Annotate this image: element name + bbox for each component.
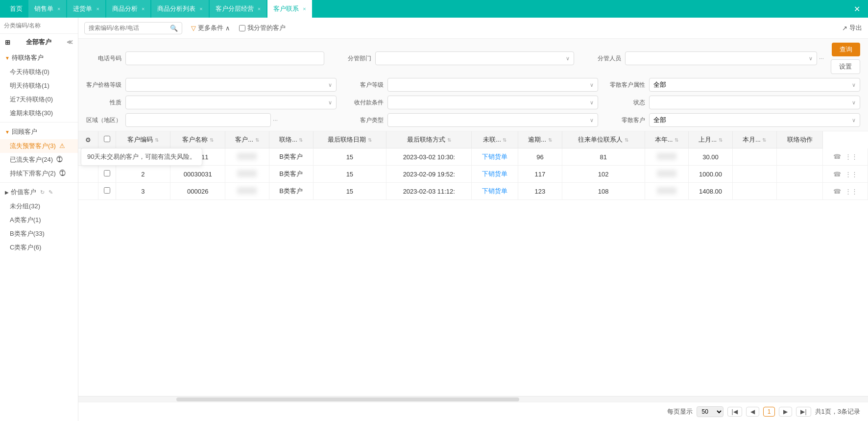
row3-checkbox[interactable] [98,183,116,200]
col-last-month[interactable]: 上月... ⇅ [689,131,733,149]
tab-analysis-list-close[interactable]: × [199,0,202,18]
sidebar-group-review[interactable]: ▼ 回顾客户 [0,124,78,139]
tab-purchase[interactable]: 进货单 × [67,0,105,18]
tab-customer-contact[interactable]: 客户联系 × [267,0,312,18]
last-date-sort-icon: ⇅ [368,137,372,143]
status-select[interactable]: ∨ [649,96,860,109]
row2-this-month [776,166,823,183]
col-contact[interactable]: 联络... ⇅ [269,131,313,149]
sidebar-all-customers[interactable]: ⊞ 全部客户 ≪ [0,34,78,50]
row2-overdue: 102 [562,166,645,183]
retail-attr-chevron-icon: ∨ [852,82,856,88]
col-contact2[interactable]: 往来单位联系人 ⇅ [562,131,645,149]
retail-attr-select[interactable]: 全部 ∨ [649,78,860,92]
sidebar-item-churned[interactable]: 已流失客户(24) ⓵ [0,153,78,167]
row3-action-more-icon[interactable]: ⋮⋮ [845,188,858,195]
per-page-select[interactable]: 50 100 200 [697,406,723,417]
search-icon[interactable]: 🔍 [170,25,178,32]
nature-select[interactable]: ∨ [125,96,337,109]
tab-analysis-list[interactable]: 商品分析列表 × [151,0,208,18]
table-row: 3 000026 B类客户 15 2023-02-03 11:12: 下销货单 … [78,183,868,200]
my-customers-checkbox[interactable]: 我分管的客户 [239,24,286,32]
scrollbar-thumb[interactable] [176,397,519,401]
customer-level-select[interactable]: ∨ [387,78,599,92]
sidebar-collapse-icon[interactable]: ≪ [67,39,73,46]
setting-btn[interactable]: 设置 [831,59,860,74]
row2-checkbox[interactable] [98,166,116,183]
row3-check[interactable] [104,187,110,194]
col-this-month[interactable]: 本月... ⇅ [732,131,776,149]
tab-analysis[interactable]: 商品分析 × [106,0,150,18]
col-overdue[interactable]: 逾期... ⇅ [518,131,562,149]
sidebar-item-today[interactable]: 今天待联络(0) [0,65,78,79]
export-btn[interactable]: ↗ 导出 [842,24,862,32]
payment-select[interactable]: ∨ [387,96,599,109]
window-close[interactable]: ✕ [850,4,864,14]
dept-select[interactable]: ∨ [375,51,574,65]
select-all-checkbox[interactable] [104,136,110,142]
manager-select[interactable]: ∨ [625,51,817,65]
tab-sales[interactable]: 销售单 × [28,0,66,18]
row1-action-contact-icon[interactable]: ☎ [833,153,841,160]
row1-last-method[interactable]: 下销货单 [472,149,518,166]
horizontal-scrollbar[interactable] [78,396,868,402]
sidebar-item-declining[interactable]: 持续下滑客户(2) ⓵ [0,167,78,180]
sidebar-item-b-class[interactable]: B类客户(33) [0,227,78,241]
row2-last-method[interactable]: 下销货单 [472,166,518,183]
sidebar-item-tomorrow[interactable]: 明天待联络(1) [0,79,78,93]
region-input[interactable] [125,113,271,127]
sidebar-group-value[interactable]: ▶ 价值客户 ↻ ✎ [0,185,78,199]
tab-customer-contact-close[interactable]: × [303,0,306,18]
sidebar-item-churn-warning[interactable]: 流失预警客户(3) ⚠ [0,139,78,153]
sidebar-search-input[interactable] [4,22,77,29]
next-page-btn[interactable]: ▶ [779,407,792,417]
tab-customer-tier-close[interactable]: × [258,0,261,18]
col-code[interactable]: 客户编码 ⇅ [116,131,170,149]
sidebar-item-overdue-contact[interactable]: 逾期未联络(30) [0,106,78,120]
first-page-btn[interactable]: |◀ [727,407,742,417]
row2-action-more-icon[interactable]: ⋮⋮ [845,171,858,178]
prev-page-btn[interactable]: ◀ [746,407,759,417]
row1-action-more-icon[interactable]: ⋮⋮ [845,153,858,160]
manager-more-btn[interactable]: ··· [819,55,824,62]
sidebar-item-ungrouped[interactable]: 未分组(32) [0,199,78,213]
sidebar-item-a-class[interactable]: A类客户(1) [0,213,78,227]
tab-analysis-close[interactable]: × [142,0,145,18]
value-refresh-icon[interactable]: ↻ [40,189,45,196]
home-tab[interactable]: 首页 [4,0,28,18]
row3-last-method[interactable]: 下销货单 [472,183,518,200]
query-btn[interactable]: 查询 [832,43,860,56]
row2-action-contact-icon[interactable]: ☎ [833,171,841,178]
tab-sales-close[interactable]: × [57,0,60,18]
col-checkbox[interactable] [98,131,116,149]
sidebar-item-7days[interactable]: 近7天待联络(0) [0,93,78,106]
col-last-date[interactable]: 最后联络日期 ⇅ [313,131,386,149]
customer-type-select[interactable]: ∨ [387,113,599,127]
tab-purchase-close[interactable]: × [96,0,99,18]
row3-action-contact-icon[interactable]: ☎ [833,188,841,195]
row2-check[interactable] [104,170,110,176]
col-last-method[interactable]: 最后联络方式 ⇅ [386,131,472,149]
tab-customer-tier[interactable]: 客户分层经营 × [210,0,266,18]
search-input[interactable] [89,25,167,31]
row1-contact: 15 [313,149,386,166]
price-level-select[interactable]: ∨ [125,78,337,92]
my-customers-check[interactable] [239,25,245,31]
col-uncontacted[interactable]: 未联... ⇅ [472,131,518,149]
col-name[interactable]: 客户名称 ⇅ [170,131,225,149]
declining-icon: ⓵ [59,170,66,177]
manager-chevron-icon: ∨ [809,55,813,62]
region-more-btn[interactable]: ··· [273,117,278,124]
phone-input[interactable] [125,51,324,65]
value-edit-icon[interactable]: ✎ [48,189,53,196]
col-this-year[interactable]: 本年... ⇅ [645,131,689,149]
retail-select[interactable]: 全部 ∨ [649,113,860,127]
row1-action: ☎ ⋮⋮ [823,149,868,166]
churn-warning-icon: ⚠ [59,142,65,149]
last-page-btn[interactable]: ▶| [796,407,811,417]
sidebar-item-c-class[interactable]: C类客户(6) [0,241,78,254]
col-type[interactable]: 客户... ⇅ [225,131,269,149]
sidebar-group-pending[interactable]: ▼ 待联络客户 [0,50,78,65]
more-conditions-btn[interactable]: ▽ 更多条件 ∧ [187,22,234,34]
col-settings[interactable]: ⚙ [78,131,98,149]
